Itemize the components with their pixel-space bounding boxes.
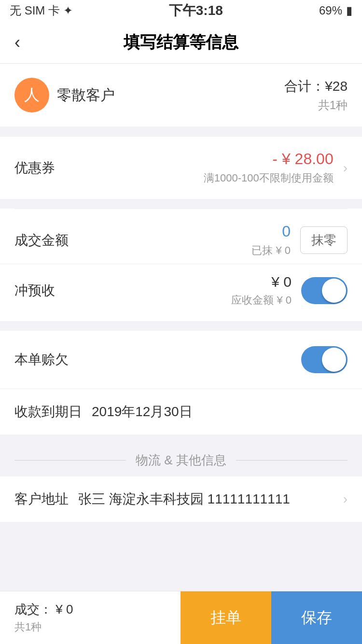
content: 人 零散客户 合计：¥28 共1种 优惠券 - ¥ 28.00 满1000-10… [0,64,362,589]
customer-card: 人 零散客户 合计：¥28 共1种 [0,64,362,126]
bottom-count: 共1种 [14,620,166,634]
battery-icon: ▮ [346,4,352,17]
coupon-card[interactable]: 优惠券 - ¥ 28.00 满1000-100不限制使用金额 › [0,136,362,199]
bottom-info: 成交： ¥ 0 共1种 [0,601,181,634]
address-chevron-icon: › [343,491,348,507]
address-label: 客户地址 [14,490,69,508]
coupon-row[interactable]: 优惠券 - ¥ 28.00 满1000-100不限制使用金额 › [0,136,362,199]
coupon-value: - ¥ 28.00 [204,150,334,168]
status-right: 69% ▮ [319,4,352,17]
battery-text: 69% [319,4,342,17]
customer-count: 共1种 [284,98,348,113]
address-value: 张三 海淀永丰科技园 11111111111 [78,490,334,508]
prepayment-sub: 应收金额 ¥ 0 [231,293,292,308]
hang-button[interactable]: 挂单 [181,591,271,644]
deal-amount-section: 成交金额 0 已抹 ¥ 0 抹零 [0,209,362,264]
due-date-value: 2019年12月30日 [92,403,193,421]
prepayment-toggle[interactable] [301,277,348,304]
status-time: 下午3:18 [169,1,223,20]
coupon-sub: 满1000-100不限制使用金额 [204,171,334,185]
chevron-right-icon: › [343,160,348,176]
page-title: 填写结算等信息 [124,31,238,54]
deal-amount-value: 0 [251,223,291,240]
due-date-row: 收款到期日 2019年12月30日 [0,389,362,434]
customer-name: 零散客户 [57,85,115,105]
bottom-deal-text: 成交： ¥ 0 [14,601,166,618]
debt-toggle[interactable] [301,346,348,373]
deal-amount-right: 0 已抹 ¥ 0 抹零 [251,223,348,258]
back-button[interactable]: ‹ [14,32,20,53]
status-bar: 无 SIM 卡 ✦ 下午3:18 69% ▮ [0,0,362,21]
debt-label: 本单赊欠 [14,350,69,369]
save-button[interactable]: 保存 [271,591,362,644]
deal-amount-label: 成交金额 [14,231,69,250]
signal-text: 无 SIM 卡 ✦ [10,3,73,18]
prepayment-value: ¥ 0 [231,274,292,290]
customer-total: 合计：¥28 [284,77,348,96]
customer-total-block: 合计：¥28 共1种 [284,77,348,113]
logistics-label: 物流 & 其他信息 [136,452,226,469]
address-card[interactable]: 客户地址 张三 海淀永丰科技园 11111111111 › [0,476,362,522]
customer-row: 人 零散客户 合计：¥28 共1种 [0,64,362,126]
bottom-deal-value: ¥ 0 [56,602,73,616]
avatar: 人 [14,78,49,112]
debt-card: 本单赊欠 收款到期日 2019年12月30日 [0,331,362,434]
deal-amount-sub: 已抹 ¥ 0 [251,243,291,258]
avatar-icon: 人 [24,84,40,106]
address-row[interactable]: 客户地址 张三 海淀永丰科技园 11111111111 › [0,476,362,522]
mozero-button[interactable]: 抹零 [300,226,348,254]
bottom-deal-label: 成交： [14,602,52,616]
bottom-bar: 成交： ¥ 0 共1种 挂单 保存 [0,591,362,644]
coupon-right: - ¥ 28.00 满1000-100不限制使用金额 › [204,150,348,185]
logistics-header: 物流 & 其他信息 [0,444,362,476]
prepayment-label: 冲预收 [14,281,55,300]
debt-row: 本单赊欠 [0,331,362,389]
prepayment-row: 冲预收 ¥ 0 应收金额 ¥ 0 [0,264,362,321]
nav-bar: ‹ 填写结算等信息 [0,21,362,64]
customer-left: 人 零散客户 [14,78,115,112]
deal-section: 成交金额 0 已抹 ¥ 0 抹零 冲预收 ¥ 0 应收金额 ¥ 0 [0,209,362,321]
status-left: 无 SIM 卡 ✦ [10,3,73,18]
coupon-label: 优惠券 [14,159,55,177]
deal-amount-row: 成交金额 0 已抹 ¥ 0 抹零 [14,209,348,264]
due-date-label: 收款到期日 [14,403,82,421]
